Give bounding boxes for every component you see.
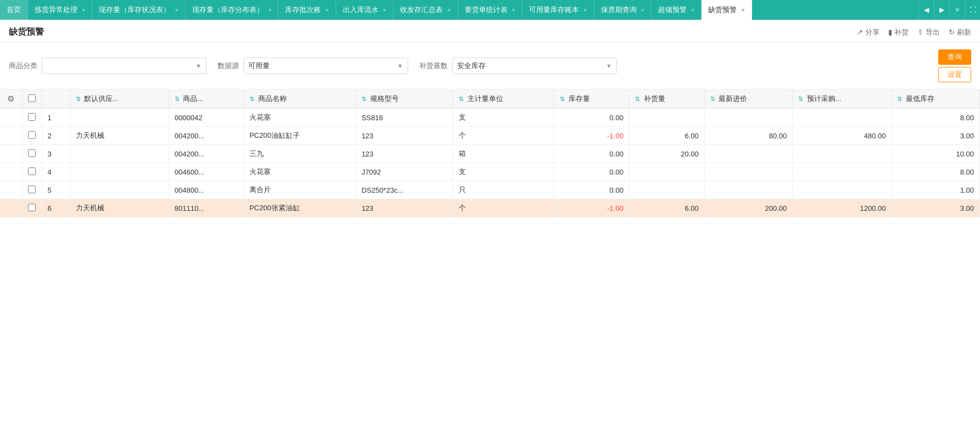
tab-in-out-flow[interactable]: 出入库流水 × [336, 0, 393, 20]
col-supplier[interactable]: ⇅ 默认供应... [70, 89, 169, 109]
settings-button[interactable]: 设置 [938, 67, 971, 82]
row-unit: 箱 [453, 145, 554, 163]
col-unit[interactable]: ⇅ 主计量单位 [453, 89, 554, 109]
row-checkbox-cell[interactable] [22, 181, 42, 199]
row-index: 4 [42, 163, 70, 181]
row-checkbox-cell[interactable] [22, 199, 42, 217]
gear-icon[interactable]: ⚙ [7, 94, 14, 103]
row-product-name: 火花塞 [243, 109, 355, 127]
col-stock-qty[interactable]: ⇅ 库存量 [554, 89, 629, 109]
replenish-button[interactable]: ▮ 补货 [888, 27, 909, 37]
row-supplier [70, 145, 169, 163]
replenish-base-select[interactable]: 安全库存 ▼ [452, 58, 617, 74]
select-all-checkbox[interactable] [28, 94, 36, 102]
row-replenish-qty: 6.00 [629, 127, 704, 145]
table-row: 5 004800... 离合片 DS250*23c... 只 0.00 1.00 [0, 181, 980, 199]
row-stock-qty: -1.00 [554, 199, 629, 217]
tab-close-all-button[interactable]: × [949, 0, 965, 20]
category-filter: 商品分类 ▼ [9, 58, 207, 74]
row-checkbox-cell[interactable] [22, 127, 42, 145]
tab-demand-close[interactable]: × [512, 7, 515, 13]
tab-stock-dist-close[interactable]: × [268, 7, 271, 13]
row-checkbox[interactable] [28, 204, 36, 211]
col-latest-price[interactable]: ⇅ 最新进价 [704, 89, 792, 109]
tab-batch-close[interactable]: × [325, 7, 328, 13]
datasource-filter: 数据源 可用量 ▼ [218, 58, 408, 74]
row-min-stock: 8.00 [892, 163, 980, 181]
tab-home[interactable]: 首页 [0, 0, 28, 20]
row-spec: 123 [356, 199, 453, 217]
row-unit: 支 [453, 163, 554, 181]
tab-expiry-close[interactable]: × [641, 7, 644, 13]
row-est-purchase: 480.00 [793, 127, 892, 145]
row-stock-qty: 0.00 [554, 145, 629, 163]
stock-sort-icon: ⇅ [560, 96, 565, 102]
row-checkbox[interactable] [28, 167, 36, 175]
category-select[interactable]: ▼ [42, 58, 207, 74]
row-unit: 个 [453, 199, 554, 217]
replenish-base-label: 补货基数 [419, 61, 448, 71]
tab-prev-button[interactable]: ◀ [918, 0, 934, 20]
row-est-purchase [793, 181, 892, 199]
query-button[interactable]: 查询 [938, 49, 971, 65]
tab-ledger-close[interactable]: × [583, 7, 587, 13]
tab-next-button[interactable]: ▶ [934, 0, 949, 20]
col-gear[interactable]: ⚙ [0, 89, 22, 109]
tab-shortage[interactable]: 缺货预警 × [701, 0, 751, 20]
tab-stock-dist[interactable]: 现存量（库存分布表） × [186, 0, 279, 20]
export-button[interactable]: ⇧ 导出 [917, 27, 940, 37]
row-checkbox[interactable] [28, 113, 36, 121]
col-product-code[interactable]: ⇅ 商品... [169, 89, 243, 109]
table-container: ⚙ ⇅ 默认供应... ⇅ 商品... ⇅ [0, 89, 980, 217]
col-replenish-qty[interactable]: ⇅ 补货量 [629, 89, 704, 109]
refresh-button[interactable]: ↻ 刷新 [949, 27, 971, 37]
row-gear-cell [0, 109, 22, 127]
col-est-purchase[interactable]: ⇅ 预计采购... [793, 89, 892, 109]
row-checkbox[interactable] [28, 186, 36, 193]
row-supplier [70, 163, 169, 181]
tab-expiry[interactable]: 保质期查询 × [594, 0, 652, 20]
tab-receipt-summary[interactable]: 收发存汇总表 × [393, 0, 458, 20]
tab-batch-account[interactable]: 库存批次账 × [279, 0, 336, 20]
datasource-value: 可用量 [248, 61, 270, 71]
row-est-purchase [793, 109, 892, 127]
col-spec[interactable]: ⇅ 规格型号 [356, 89, 453, 109]
row-checkbox-cell[interactable] [22, 109, 42, 127]
share-button[interactable]: ↗ 分享 [857, 27, 879, 37]
tab-stock-status[interactable]: 现存量（库存状况表） × [92, 0, 185, 20]
data-table: ⚙ ⇅ 默认供应... ⇅ 商品... ⇅ [0, 89, 980, 217]
tab-overstock[interactable]: 超储预警 × [652, 0, 701, 20]
row-checkbox[interactable] [28, 149, 36, 157]
row-min-stock: 1.00 [892, 181, 980, 199]
tab-fullscreen-button[interactable]: ⛶ [965, 0, 980, 20]
tab-overstock-close[interactable]: × [691, 7, 694, 13]
table-row: 4 004600... 火花塞 J7092 支 0.00 8.00 [0, 163, 980, 181]
table-row: 2 力天机械 004200... PC200油缸缸子 123 个 -1.00 6… [0, 127, 980, 145]
tab-exception[interactable]: 拣货异常处理 × [28, 0, 92, 20]
supplier-sort-icon: ⇅ [76, 96, 81, 102]
row-stock-qty: 0.00 [554, 163, 629, 181]
replenish-icon: ▮ [888, 28, 892, 36]
tab-receipt-close[interactable]: × [447, 7, 450, 13]
row-checkbox[interactable] [28, 131, 36, 139]
row-checkbox-cell[interactable] [22, 145, 42, 163]
col-checkbox[interactable] [22, 89, 42, 109]
tab-stock-status-close[interactable]: × [175, 7, 178, 13]
col-product-name[interactable]: ⇅ 商品名称 [243, 89, 355, 109]
row-checkbox-cell[interactable] [22, 163, 42, 181]
tab-shortage-close[interactable]: × [741, 7, 744, 13]
row-min-stock: 10.00 [892, 145, 980, 163]
datasource-select[interactable]: 可用量 ▼ [243, 58, 408, 74]
table-row: 3 004200... 三九 123 箱 0.00 20.00 10.00 [0, 145, 980, 163]
tab-flow-close[interactable]: × [383, 7, 386, 13]
tab-demand-stats[interactable]: 要货单统计表 × [458, 0, 522, 20]
row-unit: 个 [453, 127, 554, 145]
row-gear-cell [0, 199, 22, 217]
row-replenish-qty: 20.00 [629, 145, 704, 163]
col-min-stock[interactable]: ⇅ 最低库存 [892, 89, 980, 109]
row-latest-price [704, 145, 792, 163]
row-min-stock: 8.00 [892, 109, 980, 127]
row-replenish-qty [629, 109, 704, 127]
tab-exception-close[interactable]: × [82, 7, 85, 13]
tab-available-ledger[interactable]: 可用量库存账本 × [522, 0, 594, 20]
